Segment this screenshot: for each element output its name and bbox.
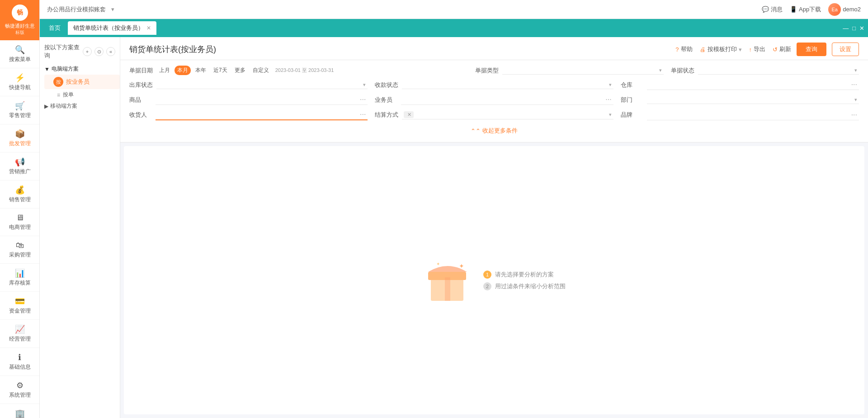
filter-brand: 品牌 ··· xyxy=(621,110,859,120)
date-last-month-btn[interactable]: 上月 xyxy=(156,66,173,75)
sidebar-item-operation[interactable]: 📈 经营管理 xyxy=(0,320,39,348)
group-expand-icon: ▼ xyxy=(44,66,50,72)
print-btn[interactable]: 🖨 按模板打印 ▾ xyxy=(700,45,742,53)
sidebar-item-basic[interactable]: ℹ 基础信息 xyxy=(0,348,39,376)
sidebar-item-sales[interactable]: 💰 销售管理 xyxy=(0,180,39,209)
svg-text:✦: ✦ xyxy=(436,261,440,266)
sidebar-item-wholesale[interactable]: 📦 批发管理 xyxy=(0,124,39,152)
panel-header: 按以下方案查询 + ⊙ « xyxy=(40,42,120,63)
date-custom-btn[interactable]: 自定义 xyxy=(250,66,272,75)
window-maximize-btn[interactable]: □ xyxy=(852,25,856,32)
workspace-title: 办公用品行业模拟账套 xyxy=(47,5,106,14)
pay-status-dropdown-icon: ▾ xyxy=(609,82,612,88)
pay-method-tag-close[interactable]: ✕ xyxy=(407,112,411,118)
user-profile-btn[interactable]: Ea demo2 xyxy=(828,3,861,16)
desktop-group-title[interactable]: ▼ 电脑端方案 xyxy=(44,63,120,75)
edit-scheme-btn[interactable]: ⊙ xyxy=(94,47,104,56)
mobile-group-expand-icon: ▶ xyxy=(44,103,48,109)
empty-content: ✦ ✦ 1 请先选择要分析的方案 2 用过滤条件来缩小分析范围 xyxy=(423,256,566,305)
sidebar-item-marketing[interactable]: 📢 营销推广 xyxy=(0,152,39,180)
refresh-icon: ↺ xyxy=(773,46,778,53)
svg-rect-2 xyxy=(445,277,450,301)
dept-label: 部门 xyxy=(621,96,643,104)
receiver-label: 收货人 xyxy=(129,111,152,119)
warehouse-dots-icon: ··· xyxy=(851,81,857,89)
sidebar-item-retail[interactable]: 🛒 零售管理 xyxy=(0,96,39,124)
collapse-conditions-btn[interactable]: ⌃⌃ 收起更多条件 xyxy=(129,125,859,137)
sidebar-item-ecommerce[interactable]: 🖥 电商管理 xyxy=(0,209,39,236)
right-panel: 销货单统计表(按业务员) ? 帮助 🖨 按模板打印 ▾ ↑ xyxy=(120,37,868,418)
date-this-month-btn[interactable]: 本月 xyxy=(175,66,191,75)
receiver-input[interactable]: ··· xyxy=(156,109,368,120)
pay-method-select[interactable]: ✕ ▾ xyxy=(402,110,613,119)
setting-button[interactable]: 设置 xyxy=(832,43,859,56)
filter-row-4: 收货人 ··· 结算方式 ✕ xyxy=(129,109,859,120)
filter-row-2: 出库状态 ▾ 收款状态 ▾ 仓库 xyxy=(129,80,859,90)
page-content: 按以下方案查询 + ⊙ « ▼ 电脑端方案 按 按业务员 ≡ xyxy=(40,37,868,418)
goods-dots-icon: ··· xyxy=(360,95,366,104)
window-minimize-btn[interactable]: — xyxy=(843,25,849,32)
salesman-select[interactable]: ··· xyxy=(401,95,613,105)
panel-icons: + ⊙ « xyxy=(83,47,115,56)
page-title-bar: 销货单统计表(按业务员) ? 帮助 🖨 按模板打印 ▾ ↑ xyxy=(120,37,868,60)
scheme-active-icon: 按 xyxy=(53,77,63,87)
sidebar-item-shortcut[interactable]: ⚡ 快捷导航 xyxy=(0,68,39,96)
title-actions: ? 帮助 🖨 按模板打印 ▾ ↑ 导出 ↺ xyxy=(675,43,859,56)
pay-status-select[interactable]: ▾ xyxy=(402,81,613,89)
sidebar-item-purchase[interactable]: 🛍 采购管理 xyxy=(0,236,39,264)
main-area: 办公用品行业模拟账套 ▾ 💬 消息 📱 App下载 Ea demo2 首页 销货… xyxy=(40,0,868,418)
date-7days-btn[interactable]: 近7天 xyxy=(211,66,230,75)
filter-row-3: 商品 ··· 业务员 ··· 部门 xyxy=(129,95,859,105)
tab-home[interactable]: 首页 xyxy=(43,21,66,35)
doc-status-select[interactable]: ▾ xyxy=(698,66,859,75)
workspace-dropdown-icon[interactable]: ▾ xyxy=(111,6,114,13)
pay-method-label: 结算方式 xyxy=(375,111,398,119)
help-btn[interactable]: ? 帮助 xyxy=(675,45,692,53)
out-status-label: 出库状态 xyxy=(129,81,153,89)
window-close-btn[interactable]: ✕ xyxy=(859,25,864,32)
pay-method-tag: ✕ xyxy=(404,111,414,118)
export-icon: ↑ xyxy=(749,46,752,53)
date-this-year-btn[interactable]: 本年 xyxy=(193,66,209,75)
logo-icon: 畅 xyxy=(12,5,28,21)
pay-method-dropdown-icon: ▾ xyxy=(609,112,612,118)
app-download-btn[interactable]: 📱 App下载 xyxy=(790,5,821,14)
brand-select[interactable]: ··· xyxy=(647,110,859,120)
dept-select[interactable]: ▾ xyxy=(647,96,859,104)
sidebar-item-system[interactable]: ⚙ 系统管理 xyxy=(0,376,39,404)
collapse-chevron-icon: ⌃⌃ xyxy=(471,128,481,134)
order-icon: ≡ xyxy=(57,92,60,98)
print-icon: 🖨 xyxy=(700,46,706,53)
filter-goods: 商品 ··· xyxy=(129,95,368,105)
tab-sales-stat[interactable]: 销货单统计表（按业务员） ✕ xyxy=(68,21,156,35)
hint-item-2: 2 用过滤条件来缩小分析范围 xyxy=(483,282,566,290)
scheme-item-salesman[interactable]: 按 按业务员 xyxy=(44,75,120,89)
logo-area: 畅 畅捷通好生意标版 xyxy=(0,0,39,40)
scheme-sub-order[interactable]: ≡ 按单 xyxy=(44,89,120,100)
message-btn[interactable]: 💬 消息 xyxy=(762,5,783,14)
hint-num-1: 1 xyxy=(483,271,491,279)
doc-type-select[interactable]: ▾ xyxy=(502,66,663,75)
sidebar-item-inventory[interactable]: 📊 库存核算 xyxy=(0,264,39,292)
collapse-panel-btn[interactable]: « xyxy=(106,47,115,56)
filter-row-1: 单据日期 上月 本月 本年 近7天 更多 自定义 2023-03-01 至 20… xyxy=(129,66,859,75)
add-scheme-btn[interactable]: + xyxy=(83,47,92,56)
sidebar-item-enterprise[interactable]: 🏢 企业协同 xyxy=(0,404,39,418)
refresh-btn[interactable]: ↺ 刷新 xyxy=(773,45,791,53)
goods-select[interactable]: ··· xyxy=(156,95,368,105)
mobile-scheme-group[interactable]: ▶ 移动端方案 xyxy=(40,100,120,112)
tab-close-icon[interactable]: ✕ xyxy=(146,25,151,31)
message-icon: 💬 xyxy=(762,6,769,13)
date-more-btn[interactable]: 更多 xyxy=(232,66,248,75)
export-btn[interactable]: ↑ 导出 xyxy=(749,45,766,53)
doc-type-dropdown-icon: ▾ xyxy=(659,67,662,73)
salesman-label: 业务员 xyxy=(375,96,397,104)
sidebar-item-search[interactable]: 🔍 搜索菜单 xyxy=(0,40,39,68)
out-status-select[interactable]: ▾ xyxy=(156,81,368,89)
date-filter: 上月 本月 本年 近7天 更多 自定义 2023-03-01 至 2023-03… xyxy=(156,66,468,75)
warehouse-select[interactable]: ··· xyxy=(647,80,859,90)
query-button[interactable]: 查询 xyxy=(797,43,826,56)
sidebar-item-finance[interactable]: 💳 资金管理 xyxy=(0,292,39,320)
filter-pay-method: 结算方式 ✕ ▾ xyxy=(375,110,613,119)
doc-status-dropdown-icon: ▾ xyxy=(854,67,857,73)
